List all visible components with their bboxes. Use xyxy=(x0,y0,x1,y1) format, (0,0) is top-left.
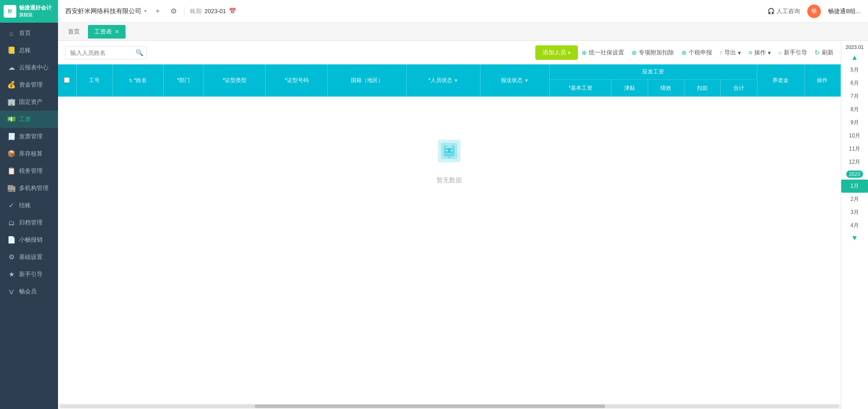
sidebar-item-guide[interactable]: ★新手引导 xyxy=(0,266,58,283)
social-settings-btn[interactable]: ⊕ 统一社保设置 xyxy=(582,49,624,57)
calendar-month-8[interactable]: 8月 xyxy=(841,103,868,116)
sidebar-item-funds[interactable]: 💰资金管理 xyxy=(0,76,58,93)
calendar-month-4[interactable]: 4月 xyxy=(841,219,868,232)
tab-close-icon[interactable]: ✕ xyxy=(115,29,119,35)
select-all-checkbox[interactable] xyxy=(64,77,70,83)
add-company-icon[interactable]: ＋ xyxy=(152,5,163,18)
export-dropdown-icon: ▾ xyxy=(738,49,741,56)
calendar-month-9[interactable]: 9月 xyxy=(841,116,868,129)
tab-salary[interactable]: 工资表 ✕ xyxy=(88,25,126,39)
scrollbar-thumb[interactable] xyxy=(255,404,606,408)
operation-icon: ≡ xyxy=(748,49,752,56)
sidebar-item-tax[interactable]: 📋税务管理 xyxy=(0,162,58,180)
tab-home-label: 首页 xyxy=(68,28,80,35)
assets-icon: 🏢 xyxy=(7,98,15,106)
sidebar-item-member[interactable]: V畅会员 xyxy=(0,283,58,300)
archive-icon: 🗂 xyxy=(7,219,15,227)
company-selector[interactable]: 西安虾米网络科技有限公司 ▾ xyxy=(65,7,147,15)
sort-icon: ⇅ xyxy=(129,78,132,83)
sidebar-label-ledger: 总账 xyxy=(19,46,31,54)
sidebar: 好 畅捷通好会计 旗舰版 ⌂首页📒总账☁云报表中心💰资金管理🏢固定资产💵工资🧾发… xyxy=(0,0,58,409)
sidebar-item-multi[interactable]: 🏬多机构管理 xyxy=(0,180,58,197)
calendar-month-3[interactable]: 3月 xyxy=(841,206,868,219)
sidebar-item-archive[interactable]: 🗂归档管理 xyxy=(0,214,58,231)
calendar-month-12[interactable]: 12月 xyxy=(841,156,868,169)
calendar-up-arrow[interactable]: ▲ xyxy=(849,52,860,63)
support-button[interactable]: 🎧 人工咨询 xyxy=(767,7,800,15)
topbar: 西安虾米网络科技有限公司 ▾ ＋ ⚙ 账期 2023-01 📅 🎧 人工咨询 畅… xyxy=(58,0,868,23)
sidebar-item-settings[interactable]: ⚙基础设置 xyxy=(0,248,58,266)
period-label: 账期 xyxy=(190,7,202,15)
export-btn[interactable]: ↑ 导出 ▾ xyxy=(719,49,741,57)
sidebar-item-salary[interactable]: 💵工资 xyxy=(0,111,58,128)
refresh-label: 刷新 xyxy=(822,49,834,57)
special-deduction-btn[interactable]: ⊕ 专项附加扣除 xyxy=(631,49,674,57)
filter-icon[interactable]: ▼ xyxy=(454,78,458,83)
calendar-month-10[interactable]: 10月 xyxy=(841,129,868,142)
expense-icon: 📄 xyxy=(7,236,15,244)
calendar-period: 2023.01 xyxy=(844,43,866,52)
calendar-down-arrow[interactable]: ▼ xyxy=(849,232,860,244)
settings-icon: ⚙ xyxy=(7,253,15,261)
content-area: 🔍 添加人员 ▾ ⊕ 统一社保设置 ⊕ 专项附加扣除 ⊕ xyxy=(58,41,841,409)
calendar-month-5[interactable]: 5月 xyxy=(841,63,868,77)
chevron-down-icon: ▾ xyxy=(144,8,147,14)
calendar-month-2[interactable]: 2月 xyxy=(841,193,868,206)
report-filter-icon[interactable]: ▼ xyxy=(524,78,529,83)
sidebar-item-expense[interactable]: 📄小畅报销 xyxy=(0,231,58,248)
sidebar-label-closing: 结账 xyxy=(19,201,31,209)
dropdown-arrow-icon: ▾ xyxy=(568,50,571,56)
add-person-button[interactable]: 添加人员 ▾ xyxy=(535,45,578,60)
calendar-month-6[interactable]: 6月 xyxy=(841,77,868,90)
tab-salary-label: 工资表 xyxy=(94,28,112,36)
sidebar-item-inventory[interactable]: 📦库存核算 xyxy=(0,145,58,162)
th-total: 合计 xyxy=(721,80,757,97)
sidebar-nav: ⌂首页📒总账☁云报表中心💰资金管理🏢固定资产💵工资🧾发票管理📦库存核算📋税务管理… xyxy=(0,23,58,409)
calendar-month-11[interactable]: 11月 xyxy=(841,142,868,156)
tabbar: 首页 工资表 ✕ xyxy=(58,23,868,41)
logo-icon: 好 xyxy=(4,5,16,18)
toolbar-actions: ⊕ 统一社保设置 ⊕ 专项附加扣除 ⊕ 个税申报 ↑ 导出 ▾ xyxy=(582,49,834,57)
scrollbar-track xyxy=(60,404,839,408)
calendar-month-1[interactable]: 1月 xyxy=(841,180,868,193)
year-badge-2023[interactable]: 2023 xyxy=(846,170,863,178)
refresh-btn[interactable]: ↻ 刷新 xyxy=(815,49,834,57)
calendar-month-7[interactable]: 7月 xyxy=(841,90,868,103)
app-version: 旗舰版 xyxy=(19,12,52,18)
report-icon: ☁ xyxy=(7,63,15,72)
sidebar-item-report[interactable]: ☁云报表中心 xyxy=(0,59,58,76)
member-icon: V xyxy=(7,288,15,296)
app-name: 畅捷通好会计 xyxy=(19,5,52,12)
user-avatar: 畅 xyxy=(807,5,821,18)
sidebar-item-ledger[interactable]: 📒总账 xyxy=(0,42,58,59)
sidebar-item-assets[interactable]: 🏢固定资产 xyxy=(0,93,58,111)
settings-icon[interactable]: ⚙ xyxy=(169,5,179,17)
user-name[interactable]: 畅捷通B组... xyxy=(828,7,861,15)
th-cert-type: *证型类型 xyxy=(204,64,265,97)
search-input[interactable] xyxy=(65,46,147,59)
deduction-icon: ⊕ xyxy=(631,49,637,56)
operation-btn[interactable]: ≡ 操作 ▾ xyxy=(748,49,771,57)
deduction-label: 专项附加扣除 xyxy=(639,49,674,57)
horizontal-scrollbar[interactable] xyxy=(58,404,841,409)
guide-btn[interactable]: ○ 新手引导 xyxy=(778,49,807,57)
sidebar-item-home[interactable]: ⌂首页 xyxy=(0,24,58,42)
tax-report-btn[interactable]: ⊕ 个税申报 xyxy=(681,49,712,57)
funds-icon: 💰 xyxy=(7,81,15,89)
th-person-status: *人员状态 ▼ xyxy=(407,64,480,97)
th-report-status: 报送状态 ▼ xyxy=(480,64,549,97)
guide-label: 新手引导 xyxy=(784,49,807,57)
guide-icon: ○ xyxy=(778,49,782,56)
app-logo: 好 畅捷通好会计 旗舰版 xyxy=(0,0,58,23)
sidebar-item-closing[interactable]: ✓结账 xyxy=(0,197,58,214)
sidebar-item-invoice[interactable]: 🧾发票管理 xyxy=(0,128,58,145)
sidebar-label-archive: 归档管理 xyxy=(19,219,43,227)
closing-icon: ✓ xyxy=(7,201,15,209)
salary-table-container: 工号 ⇅ *姓名 *部门 *证型类型 *证型号码 国籍（地区） *人员状态 ▼ … xyxy=(58,64,841,404)
tab-home[interactable]: 首页 xyxy=(62,25,86,39)
sidebar-label-tax: 税务管理 xyxy=(19,167,43,175)
th-checkbox[interactable] xyxy=(58,64,76,97)
guide-icon: ★ xyxy=(7,270,15,278)
calendar-icon[interactable]: 📅 xyxy=(229,8,236,15)
support-label: 人工咨询 xyxy=(776,7,800,15)
